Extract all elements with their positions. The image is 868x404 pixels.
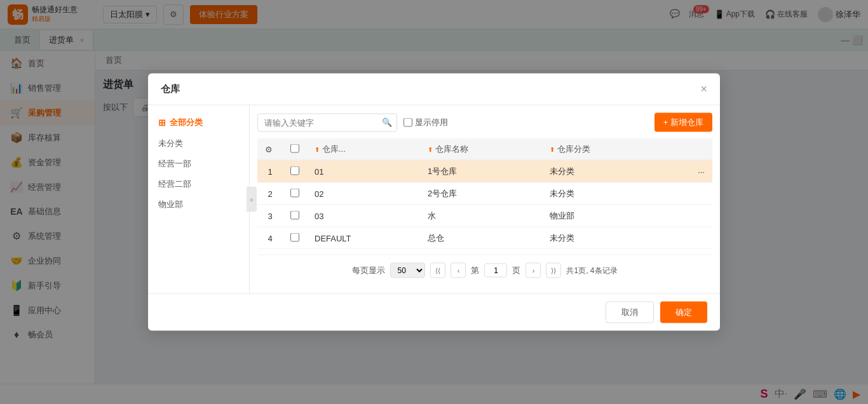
- table-row[interactable]: 4 DEFAULT 总仓 未分类: [257, 227, 712, 249]
- row-checkbox-3[interactable]: [290, 210, 299, 219]
- row-code: DEFAULT: [307, 227, 420, 249]
- page-suffix-label: 页: [512, 265, 520, 276]
- category-item-dept1[interactable]: 经营一部: [148, 154, 249, 174]
- table-row[interactable]: 2 02 2号仓库 未分类: [257, 182, 712, 205]
- table-row[interactable]: 1 01 1号仓库 未分类 ···: [257, 160, 712, 182]
- select-all-checkbox[interactable]: [290, 144, 299, 152]
- row-more[interactable]: [664, 205, 712, 227]
- row-num: 3: [257, 205, 283, 227]
- row-more[interactable]: [664, 182, 712, 205]
- per-page-label: 每页显示: [352, 265, 385, 276]
- row-more[interactable]: [664, 227, 712, 249]
- row-checkbox-4[interactable]: [290, 232, 299, 241]
- category-all-label: 全部分类: [170, 117, 203, 128]
- per-page-select[interactable]: 50 10 20 100: [390, 263, 425, 278]
- page-number-input[interactable]: [484, 264, 507, 278]
- prev-page-button[interactable]: ‹: [451, 263, 466, 278]
- row-category: 未分类: [542, 160, 664, 182]
- row-category: 未分类: [542, 227, 664, 249]
- row-name: 水: [420, 205, 542, 227]
- row-check: [283, 227, 307, 249]
- cancel-button[interactable]: 取消: [606, 302, 654, 323]
- sort-icon-name: ⬆: [428, 145, 433, 152]
- category-item-unclassified[interactable]: 未分类: [148, 133, 249, 154]
- table-container: ⚙ ⬆ 仓库...: [257, 138, 712, 250]
- warehouse-modal: 仓库 × ⊞ 全部分类 未分类 经营一部 经营二部 物业部 «: [148, 74, 720, 331]
- sort-icon-code: ⬆: [315, 145, 320, 152]
- th-gear: ⚙: [257, 138, 283, 161]
- grid-icon: ⊞: [158, 118, 166, 128]
- row-num: 4: [257, 227, 283, 249]
- th-actions: [664, 138, 712, 161]
- warehouse-table: ⚙ ⬆ 仓库...: [257, 138, 712, 250]
- next-page-button[interactable]: ›: [526, 263, 541, 278]
- show-disabled-label: 显示停用: [403, 117, 448, 128]
- modal-close-button[interactable]: ×: [700, 83, 707, 96]
- show-disabled-checkbox[interactable]: [403, 118, 412, 127]
- row-name: 2号仓库: [420, 182, 542, 205]
- sort-icon-category: ⬆: [550, 145, 555, 152]
- add-warehouse-button[interactable]: + 新增仓库: [654, 113, 712, 132]
- last-page-button[interactable]: ⟩⟩: [546, 263, 561, 278]
- gear-column-icon: ⚙: [265, 144, 273, 154]
- row-category: 未分类: [542, 182, 664, 205]
- confirm-button[interactable]: 确定: [660, 302, 707, 323]
- row-name: 1号仓库: [420, 160, 542, 182]
- row-num: 1: [257, 160, 283, 182]
- row-code: 03: [307, 205, 420, 227]
- modal-header: 仓库 ×: [148, 74, 720, 105]
- table-header: ⚙ ⬆ 仓库...: [257, 138, 712, 161]
- content-panel: 🔍 显示停用 + 新增仓库 ⚙: [250, 105, 720, 293]
- modal-body: ⊞ 全部分类 未分类 经营一部 经营二部 物业部 «: [148, 105, 720, 293]
- modal-title: 仓库: [161, 83, 180, 95]
- row-checkbox-2[interactable]: [290, 188, 299, 197]
- table-body: 1 01 1号仓库 未分类 ··· 2: [257, 160, 712, 249]
- search-input-wrap: 🔍: [257, 113, 397, 131]
- category-panel: ⊞ 全部分类 未分类 经营一部 经营二部 物业部 «: [148, 105, 250, 293]
- modal-footer: 取消 确定: [148, 293, 720, 331]
- th-name: ⬆ 仓库名称: [420, 138, 542, 161]
- row-check: [283, 160, 307, 182]
- search-bar: 🔍 显示停用 + 新增仓库: [257, 113, 712, 132]
- row-category: 物业部: [542, 205, 664, 227]
- row-checkbox-1[interactable]: [290, 166, 299, 175]
- category-item-property[interactable]: 物业部: [148, 194, 249, 215]
- search-input[interactable]: [257, 113, 397, 131]
- search-icon[interactable]: 🔍: [382, 118, 392, 127]
- first-page-button[interactable]: ⟨⟨: [430, 263, 445, 278]
- page-total-info: 共1页, 4条记录: [566, 265, 617, 276]
- category-item-dept2[interactable]: 经营二部: [148, 174, 249, 194]
- row-name: 总仓: [420, 227, 542, 249]
- row-check: [283, 182, 307, 205]
- row-num: 2: [257, 182, 283, 205]
- row-code: 01: [307, 160, 420, 182]
- row-code: 02: [307, 182, 420, 205]
- collapse-panel-button[interactable]: «: [247, 187, 257, 212]
- category-all[interactable]: ⊞ 全部分类: [148, 112, 249, 133]
- th-code: ⬆ 仓库...: [307, 138, 420, 161]
- row-more[interactable]: ···: [664, 160, 712, 182]
- pagination: 每页显示 50 10 20 100 ⟨⟨ ‹ 第 页 ›: [257, 255, 712, 286]
- page-prefix-label: 第: [471, 265, 479, 276]
- th-check: [283, 138, 307, 161]
- th-category: ⬆ 仓库分类: [542, 138, 664, 161]
- table-row[interactable]: 3 03 水 物业部: [257, 205, 712, 227]
- row-check: [283, 205, 307, 227]
